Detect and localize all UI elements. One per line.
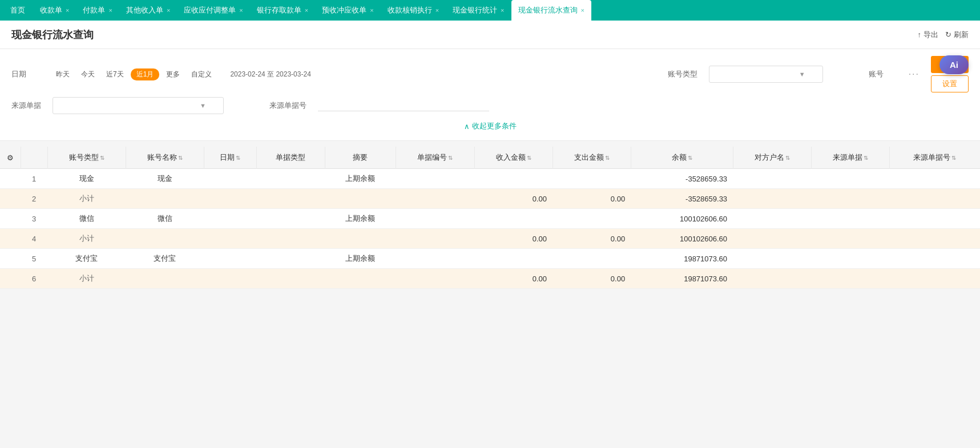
close-icon[interactable]: × (66, 7, 69, 14)
table-body: 1现金现金上期余额-3528659.332小计0.000.00-3528659.… (0, 169, 980, 289)
sort-icon-doc-no: ⇅ (448, 155, 453, 161)
source-doc-label: 来源单据 (11, 100, 41, 111)
nav-tab-bank-deposit[interactable]: 银行存取款单 × (250, 0, 315, 21)
close-icon[interactable]: × (239, 7, 243, 14)
col-counterpart[interactable]: 对方户名⇅ (733, 147, 811, 169)
col-income[interactable]: 收入金额⇅ (474, 147, 552, 169)
sort-icon-source-doc-no: ⇅ (951, 155, 956, 161)
collapse-bar[interactable]: ∧ 收起更多条件 (11, 119, 969, 134)
sort-icon-expense: ⇅ (605, 155, 610, 161)
col-source-doc[interactable]: 来源单据⇅ (811, 147, 889, 169)
flow-table: ⚙ 账号类型⇅ 账号名称⇅ 日期⇅ 单据类型 摘要 单据编号⇅ 收入金额⇅ (0, 147, 980, 289)
account-label: 账号 (869, 69, 897, 79)
settings-button[interactable]: 设置 (931, 75, 969, 92)
header-actions: ↑ 导出 ↻ 刷新 (918, 30, 969, 40)
chevron-up-icon: ∧ (464, 122, 470, 131)
col-expense[interactable]: 支出金额⇅ (552, 147, 631, 169)
nav-tab-flow-query[interactable]: 现金银行流水查询 × (511, 0, 591, 21)
chevron-down-icon-2: ▼ (200, 102, 206, 109)
sort-icon-account-name: ⇅ (178, 155, 183, 161)
date-range-display: 2023-02-24 至 2023-03-24 (230, 70, 310, 79)
sort-icon-balance: ⇅ (688, 155, 692, 161)
nav-tab-adjustment[interactable]: 应收应付调整单 × (177, 0, 249, 21)
close-icon[interactable]: × (305, 7, 308, 14)
nav-tab-receipts[interactable]: 收款单 × (33, 0, 76, 21)
date-more[interactable]: 更多 (162, 68, 184, 80)
account-type-select[interactable]: ▼ (709, 66, 823, 83)
col-account-type[interactable]: 账号类型⇅ (47, 147, 126, 169)
table-row: 6小计0.000.0019871073.60 (0, 269, 980, 289)
table-row: 4小计0.000.00100102606.60 (0, 229, 980, 249)
col-date[interactable]: 日期⇅ (204, 147, 256, 169)
account-type-label: 账号类型 (668, 69, 697, 79)
close-icon[interactable]: × (370, 7, 373, 14)
date-7days[interactable]: 近7天 (102, 68, 128, 80)
export-icon: ↑ (918, 30, 922, 39)
nav-tab-other-income[interactable]: 其他收入单 × (119, 0, 177, 21)
sort-icon-counterpart: ⇅ (785, 155, 790, 161)
date-custom[interactable]: 自定义 (187, 68, 216, 80)
col-settings[interactable]: ⚙ (0, 147, 21, 169)
col-doc-no[interactable]: 单据编号⇅ (396, 147, 474, 169)
ai-button[interactable]: Ai (939, 55, 969, 74)
table-row: 3微信微信上期余额100102606.60 (0, 209, 980, 229)
col-account-name[interactable]: 账号名称⇅ (126, 147, 204, 169)
sort-icon-account-type: ⇅ (100, 155, 104, 161)
date-today[interactable]: 今天 (76, 68, 99, 80)
close-icon[interactable]: × (501, 7, 504, 14)
nav-home[interactable]: 首页 (2, 0, 33, 21)
table-row: 2小计0.000.00-3528659.33 (0, 189, 980, 209)
source-doc-no-label: 来源单据号 (269, 100, 306, 111)
source-doc-select[interactable]: ▼ (53, 97, 224, 114)
nav-tab-prepaid[interactable]: 预收冲应收单 × (315, 0, 380, 21)
table-container: ⚙ 账号类型⇅ 账号名称⇅ 日期⇅ 单据类型 摘要 单据编号⇅ 收入金额⇅ (0, 147, 980, 289)
source-doc-no-input[interactable] (318, 100, 489, 111)
close-icon[interactable]: × (167, 7, 170, 14)
close-icon[interactable]: × (581, 7, 584, 14)
date-label: 日期 (11, 69, 40, 79)
page-title: 现金银行流水查询 (11, 28, 94, 42)
export-button[interactable]: ↑ 导出 (918, 30, 939, 40)
table-row: 5支付宝支付宝上期余额19871073.60 (0, 249, 980, 269)
col-balance[interactable]: 余额⇅ (631, 147, 733, 169)
sort-icon-date: ⇅ (236, 155, 240, 161)
col-num (21, 147, 47, 169)
close-icon[interactable]: × (108, 7, 112, 14)
col-summary: 摘要 (325, 147, 396, 169)
chevron-down-icon: ▼ (799, 71, 805, 78)
table-row: 1现金现金上期余额-3528659.33 (0, 169, 980, 189)
page-header: 现金银行流水查询 ↑ 导出 ↻ 刷新 (0, 21, 980, 49)
refresh-icon: ↻ (945, 30, 951, 39)
date-yesterday[interactable]: 昨天 (51, 68, 74, 80)
col-source-doc-no[interactable]: 来源单据号⇅ (889, 147, 980, 169)
account-dots-button[interactable]: ··· (909, 69, 919, 79)
sort-icon-source-doc: ⇅ (864, 155, 868, 161)
close-icon[interactable]: × (435, 7, 439, 14)
table-header-row: ⚙ 账号类型⇅ 账号名称⇅ 日期⇅ 单据类型 摘要 单据编号⇅ 收入金额⇅ (0, 147, 980, 169)
col-doc-type: 单据类型 (256, 147, 325, 169)
sort-icon-income: ⇅ (527, 155, 531, 161)
nav-tab-stats[interactable]: 现金银行统计 × (446, 0, 511, 21)
nav-tab-verify[interactable]: 收款核销执行 × (381, 0, 446, 21)
refresh-button[interactable]: ↻ 刷新 (945, 30, 969, 40)
date-1month[interactable]: 近1月 (131, 68, 160, 80)
filter-row-1: 日期 昨天 今天 近7天 近1月 更多 自定义 2023-02-24 至 202… (11, 56, 969, 92)
nav-tab-payments[interactable]: 付款单 × (76, 0, 119, 21)
filter-row-2: 来源单据 ▼ 来源单据号 (11, 97, 969, 114)
date-options: 昨天 今天 近7天 近1月 更多 自定义 (51, 68, 216, 80)
top-navigation: 首页 收款单 × 付款单 × 其他收入单 × 应收应付调整单 × 银行存取款单 … (0, 0, 980, 21)
filter-area: 日期 昨天 今天 近7天 近1月 更多 自定义 2023-02-24 至 202… (0, 49, 980, 141)
